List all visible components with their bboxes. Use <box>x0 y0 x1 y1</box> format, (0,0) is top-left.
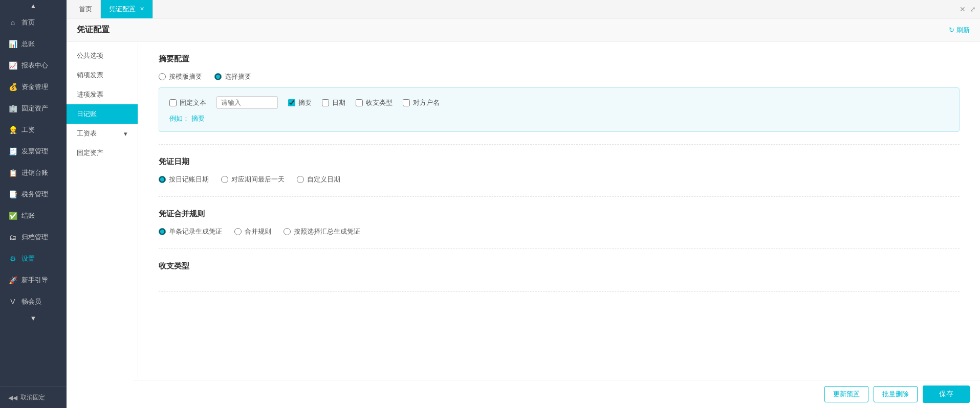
single-record-radio[interactable]: 单条记录生成凭证 <box>159 227 222 236</box>
sidebar-icon-guide: 🚀 <box>8 276 17 284</box>
sidebar-icon-invoice-mgmt: 🧾 <box>8 147 17 155</box>
voucher-date-section: 凭证日期 按日记账日期 对应期间最后一天 自定义日期 <box>159 157 960 197</box>
sidebar-item-purchase-sales[interactable]: 📋进销台账 <box>0 162 67 184</box>
chevron-down-icon: ▾ <box>124 130 127 138</box>
sidebar-item-member[interactable]: V畅会员 <box>0 291 67 312</box>
right-content: 摘要配置 按模版摘要 选择摘要 <box>138 42 980 408</box>
voucher-date-radio-group: 按日记账日期 对应期间最后一天 自定义日期 <box>159 175 960 184</box>
refresh-icon: ↻ <box>949 26 954 34</box>
tab-bar: 首页凭证配置✕ ✕ ⤢ <box>67 0 980 18</box>
summary-checkbox[interactable]: 摘要 <box>288 98 312 107</box>
summary-config-box: 固定文本 摘要 日期 <box>159 87 960 132</box>
counterparty-checkbox[interactable]: 对方户名 <box>403 98 440 107</box>
sidebar-item-tax[interactable]: 📑税务管理 <box>0 184 67 205</box>
date-checkbox[interactable]: 日期 <box>322 98 345 107</box>
select-merge-input[interactable] <box>284 228 291 235</box>
template-summary-radio[interactable]: 按模版摘要 <box>159 72 202 81</box>
journal-date-radio[interactable]: 按日记账日期 <box>159 175 209 184</box>
left-nav-sales-invoice[interactable]: 销项发票 <box>67 65 138 85</box>
counterparty-input[interactable] <box>403 99 410 106</box>
tab-close-voucher-config[interactable]: ✕ <box>140 6 144 12</box>
sidebar-item-ledger[interactable]: 📊总账 <box>0 33 67 55</box>
sidebar-icon-settlement: ✅ <box>8 212 17 220</box>
content-area: 公共选项销项发票进项发票日记账工资表▾固定资产 摘要配置 按模版摘要 选择摘要 <box>67 42 980 408</box>
income-expense-title: 收支类型 <box>159 261 960 271</box>
sidebar-icon-ledger: 📊 <box>8 40 17 48</box>
merge-rules-radio[interactable]: 合并规则 <box>234 227 271 236</box>
select-summary-input[interactable] <box>214 73 222 80</box>
income-expense-section: 收支类型 <box>159 261 960 292</box>
fixed-text-field[interactable] <box>216 96 278 109</box>
left-nav-public[interactable]: 公共选项 <box>67 46 138 65</box>
tab-voucher-config[interactable]: 凭证配置✕ <box>101 0 153 18</box>
page-title: 凭证配置 <box>77 25 110 35</box>
left-nav-purchase-invoice[interactable]: 进项发票 <box>67 85 138 104</box>
right-content-inner: 摘要配置 按模版摘要 选择摘要 <box>138 42 980 347</box>
period-last-day-input[interactable] <box>221 176 228 183</box>
sidebar-item-home[interactable]: ⌂首页 <box>0 12 67 33</box>
fixed-text-input[interactable] <box>169 99 177 106</box>
sidebar-item-settings[interactable]: ⚙设置 <box>0 248 67 269</box>
select-merge-radio[interactable]: 按照选择汇总生成凭证 <box>284 227 360 236</box>
merge-rules-section: 凭证合并规则 单条记录生成凭证 合并规则 按照选择汇总生成凭证 <box>159 209 960 249</box>
single-record-input[interactable] <box>159 228 166 235</box>
summary-radio-group: 按模版摘要 选择摘要 <box>159 72 960 81</box>
save-button[interactable]: 保存 <box>923 386 970 403</box>
fixed-text-checkbox[interactable]: 固定文本 <box>169 98 206 107</box>
sidebar-icon-funds: 💰 <box>8 83 17 91</box>
sidebar-icon-purchase-sales: 📋 <box>8 169 17 177</box>
sidebar-icon-payroll: 👷 <box>8 126 17 134</box>
sidebar-item-fixed-assets[interactable]: 🏢固定资产 <box>0 98 67 119</box>
sidebar-item-guide[interactable]: 🚀新手引导 <box>0 269 67 291</box>
sidebar-icon-member: V <box>8 298 17 306</box>
page-wrapper: 首页凭证配置✕ ✕ ⤢ 凭证配置 ↻ 刷新 公共选项销项发票进项发票日记账工资表… <box>67 0 980 408</box>
sidebar-icon-reports: 📈 <box>8 61 17 70</box>
sidebar-item-payroll[interactable]: 👷工资 <box>0 119 67 141</box>
sidebar: ▲ ⌂首页📊总账📈报表中心💰资金管理🏢固定资产👷工资🧾发票管理📋进销台账📑税务管… <box>0 0 67 408</box>
page-header: 凭证配置 ↻ 刷新 <box>67 18 980 42</box>
income-expense-input[interactable] <box>356 99 363 106</box>
sidebar-item-settlement[interactable]: ✅结账 <box>0 205 67 226</box>
sidebar-item-funds[interactable]: 💰资金管理 <box>0 76 67 98</box>
left-nav-journal[interactable]: 日记账 <box>67 104 138 124</box>
custom-date-radio[interactable]: 自定义日期 <box>297 175 340 184</box>
merge-rules-input[interactable] <box>234 228 242 235</box>
sidebar-icon-fixed-assets: 🏢 <box>8 104 17 112</box>
voucher-date-title: 凭证日期 <box>159 157 960 167</box>
summary-title: 摘要配置 <box>159 54 960 64</box>
sidebar-icon-settings: ⚙ <box>8 255 17 263</box>
batch-delete-button[interactable]: 批量删除 <box>874 386 918 402</box>
income-expense-checkbox[interactable]: 收支类型 <box>356 98 393 107</box>
sidebar-scroll-up[interactable]: ▲ <box>0 0 67 12</box>
sidebar-item-reports[interactable]: 📈报表中心 <box>0 55 67 76</box>
left-nav-fixed-assets-nav[interactable]: 固定资产 <box>67 143 138 163</box>
left-nav: 公共选项销项发票进项发票日记账工资表▾固定资产 <box>67 42 138 408</box>
summary-input[interactable] <box>288 99 295 106</box>
maximize-icon[interactable]: ⤢ <box>970 5 976 13</box>
custom-date-input[interactable] <box>297 176 304 183</box>
example-text: 例如： 摘要 <box>169 114 949 123</box>
sidebar-item-archive[interactable]: 🗂归档管理 <box>0 226 67 248</box>
sidebar-scroll-down[interactable]: ▼ <box>0 312 67 324</box>
tab-bar-controls: ✕ ⤢ <box>960 5 976 13</box>
template-summary-input[interactable] <box>159 73 166 80</box>
left-nav-payroll-table[interactable]: 工资表▾ <box>67 124 138 143</box>
journal-date-input[interactable] <box>159 176 166 183</box>
sidebar-unpin-button[interactable]: ◀◀ 取消固定 <box>0 387 67 408</box>
sidebar-icon-tax: 📑 <box>8 190 17 198</box>
date-input[interactable] <box>322 99 329 106</box>
update-preview-button[interactable]: 更新预置 <box>824 386 868 402</box>
sidebar-item-invoice-mgmt[interactable]: 🧾发票管理 <box>0 141 67 162</box>
summary-section: 摘要配置 按模版摘要 选择摘要 <box>159 54 960 145</box>
bottom-bar: 更新预置 批量删除 保存 <box>133 380 980 408</box>
sidebar-icon-home: ⌂ <box>8 18 17 27</box>
close-window-icon[interactable]: ✕ <box>960 5 966 13</box>
merge-rules-radio-group: 单条记录生成凭证 合并规则 按照选择汇总生成凭证 <box>159 227 960 236</box>
refresh-button[interactable]: ↻ 刷新 <box>949 26 970 35</box>
summary-checkboxes: 固定文本 摘要 日期 <box>169 96 949 109</box>
period-last-day-radio[interactable]: 对应期间最后一天 <box>221 175 285 184</box>
select-summary-radio[interactable]: 选择摘要 <box>214 72 251 81</box>
pin-icon: ◀◀ <box>8 394 17 401</box>
sidebar-icon-archive: 🗂 <box>8 233 17 241</box>
tab-home[interactable]: 首页 <box>71 0 101 18</box>
